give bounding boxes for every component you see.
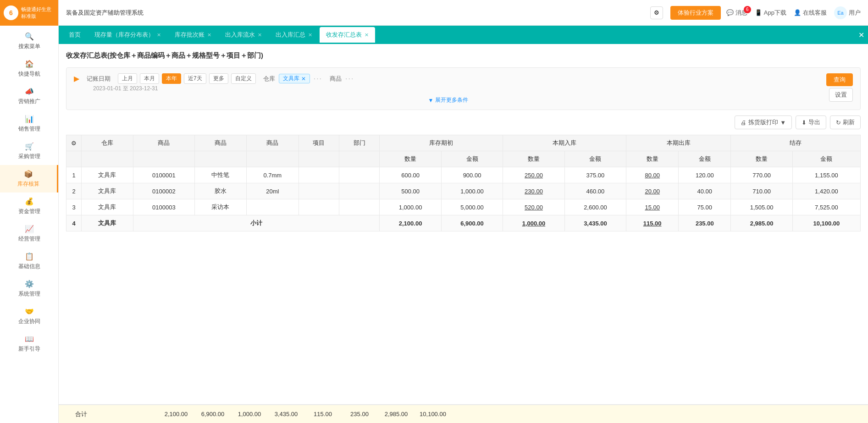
subtotal-out-qty[interactable]: 115.00	[626, 215, 679, 231]
sidebar-item-business[interactable]: 📈经营管理	[0, 220, 58, 247]
date-btn-本年[interactable]: 本年	[162, 73, 181, 84]
sidebar-item-label: 营销推广	[18, 98, 40, 105]
row-out-qty[interactable]: 20.00	[626, 183, 679, 199]
date-btn-更多[interactable]: 更多	[209, 73, 228, 84]
search-icon: 🔍	[25, 32, 34, 41]
basic-icon: 📋	[25, 252, 34, 261]
refresh-button[interactable]: ↻ 刷新	[830, 115, 861, 129]
subtotal-warehouse: 文具库	[82, 215, 133, 231]
date-btn-上月[interactable]: 上月	[118, 73, 137, 84]
date-btn-近7天[interactable]: 近7天	[184, 73, 206, 84]
row-goods-code: 0100003	[133, 199, 194, 215]
row-department	[339, 199, 380, 215]
action-bar: 🖨 拣货版打印 ▼ ⬇ 导出 ↻ 刷新	[66, 115, 861, 129]
tab-close-icon[interactable]: ✕	[365, 32, 369, 38]
row-opening-amt: 1,000.00	[441, 183, 503, 199]
row-opening-qty: 1,000.00	[380, 199, 441, 215]
sidebar-item-system[interactable]: ⚙️系统管理	[0, 275, 58, 302]
sidebar-item-sales[interactable]: 📊销售管理	[0, 110, 58, 137]
tab-close-icon[interactable]: ✕	[258, 32, 262, 38]
sidebar-item-purchase[interactable]: 🛒采购管理	[0, 137, 58, 165]
sidebar-item-cooperation[interactable]: 🤝企业协同	[0, 302, 58, 330]
warehouse-more-dots[interactable]: ···	[314, 75, 322, 83]
app-download-label: App下载	[764, 9, 786, 17]
sidebar-item-basic[interactable]: 📋基础信息	[0, 247, 58, 275]
total-balance-amt: 10,100.00	[415, 409, 451, 419]
sidebar-item-search[interactable]: 🔍搜索菜单	[0, 27, 58, 55]
sidebar: 6 畅捷通好生意 标准版 🔍搜索菜单🏠快捷导航📣营销推广📊销售管理🛒采购管理📦库…	[0, 0, 59, 423]
system-title: 装备及固定资产辅助管理系统	[66, 9, 645, 17]
experience-button[interactable]: 体验行业方案	[670, 6, 721, 20]
row-out-qty[interactable]: 15.00	[626, 199, 679, 215]
business-icon: 📈	[25, 225, 34, 233]
col-goods-name: 商品	[195, 135, 247, 151]
print-button[interactable]: 🖨 拣货版打印 ▼	[735, 115, 792, 129]
warehouse-tag-close-icon[interactable]: ✕	[301, 76, 306, 82]
user-button[interactable]: Ea 用户	[834, 6, 861, 19]
col-opening-qty: 数量	[380, 151, 441, 167]
subtotal-in-qty[interactable]: 1,000.00	[503, 215, 564, 231]
query-button[interactable]: 查询	[826, 73, 853, 86]
row-goods-spec: 20ml	[246, 183, 299, 199]
close-all-tabs-button[interactable]: ✕	[858, 31, 864, 39]
logo-text: 畅捷通好生意 标准版	[21, 6, 51, 20]
goods-filter: 商品 ···	[330, 75, 354, 83]
row-in-qty[interactable]: 520.00	[503, 199, 564, 215]
sidebar-item-inventory[interactable]: 📦库存核算	[0, 165, 58, 192]
tab-stock-flow[interactable]: 出入库流水✕	[219, 27, 268, 43]
row-goods-spec: 0.7mm	[246, 167, 299, 183]
row-warehouse: 文具库	[82, 183, 133, 199]
filter-settings-button[interactable]: 设置	[829, 88, 853, 102]
app-download-button[interactable]: 📱 App下载	[755, 9, 786, 17]
tab-stock-summary[interactable]: 出入库汇总✕	[269, 27, 319, 43]
subtotal-balance-amt: 10,100.00	[792, 215, 860, 231]
tab-close-icon[interactable]: ✕	[308, 32, 312, 38]
row-out-amt: 40.00	[679, 183, 731, 199]
message-button[interactable]: 💬 消息 6	[726, 9, 747, 17]
row-goods-name: 中性笔	[195, 167, 247, 183]
warehouse-tag[interactable]: 文具库 ✕	[279, 74, 310, 83]
goods-more-dots[interactable]: ···	[345, 75, 354, 83]
total-in-qty: 1,000.00	[231, 409, 268, 419]
tab-label: 收发存汇总表	[326, 31, 362, 39]
warehouse-tag-text: 文具库	[283, 75, 299, 82]
tab-stock-batch[interactable]: 库存批次账✕	[168, 27, 218, 43]
sidebar-item-quick-nav[interactable]: 🏠快捷导航	[0, 55, 58, 82]
expand-more-button[interactable]: ▼ 展开更多条件	[74, 96, 823, 104]
date-btn-自定义[interactable]: 自定义	[231, 73, 256, 84]
date-range-text: 2023-01-01 至 2023-12-31	[93, 85, 158, 92]
sidebar-item-marketing[interactable]: 📣营销推广	[0, 82, 58, 110]
tab-recv-send[interactable]: 收发存汇总表✕	[320, 27, 375, 43]
date-btn-本月[interactable]: 本月	[140, 73, 159, 84]
sidebar-logo: 6 畅捷通好生意 标准版	[0, 0, 58, 26]
tab-stock-dist[interactable]: 现存量（库存分布表）✕	[88, 27, 167, 43]
sidebar-item-finance[interactable]: 💰资金管理	[0, 192, 58, 220]
row-out-qty[interactable]: 80.00	[626, 167, 679, 183]
settings-icon[interactable]: ⚙	[650, 6, 663, 19]
online-service-icon: 👤	[794, 9, 801, 16]
col-warehouse: 仓库	[82, 135, 133, 151]
user-label: 用户	[849, 9, 861, 17]
sidebar-item-label: 销售管理	[18, 125, 40, 133]
export-icon: ⬇	[802, 119, 807, 126]
online-service-button[interactable]: 👤 在线客服	[794, 9, 827, 17]
col-opening-amt: 金额	[441, 151, 503, 167]
filter-bar: ▶ 记账日期 上月本月本年近7天更多自定义 仓库 文具库 ✕ ···	[66, 67, 861, 110]
print-label: 拣货版打印	[748, 118, 778, 126]
total-out-amt: 235.00	[341, 409, 378, 419]
row-project	[299, 183, 339, 199]
row-in-qty[interactable]: 250.00	[503, 167, 564, 183]
tab-close-icon[interactable]: ✕	[207, 32, 211, 38]
sidebar-item-guide[interactable]: 📖新手引导	[0, 330, 58, 357]
row-balance-qty: 710.00	[731, 183, 792, 199]
row-department	[339, 167, 380, 183]
tab-close-icon[interactable]: ✕	[157, 32, 161, 38]
row-no: 2	[66, 183, 82, 199]
tab-home[interactable]: 首页	[62, 27, 87, 43]
row-warehouse: 文具库	[82, 199, 133, 215]
col-in-amt: 金额	[564, 151, 626, 167]
export-button[interactable]: ⬇ 导出	[796, 115, 826, 129]
filter-arrow-icon[interactable]: ▶	[74, 74, 79, 83]
online-service-label: 在线客服	[803, 9, 827, 17]
row-in-qty[interactable]: 230.00	[503, 183, 564, 199]
